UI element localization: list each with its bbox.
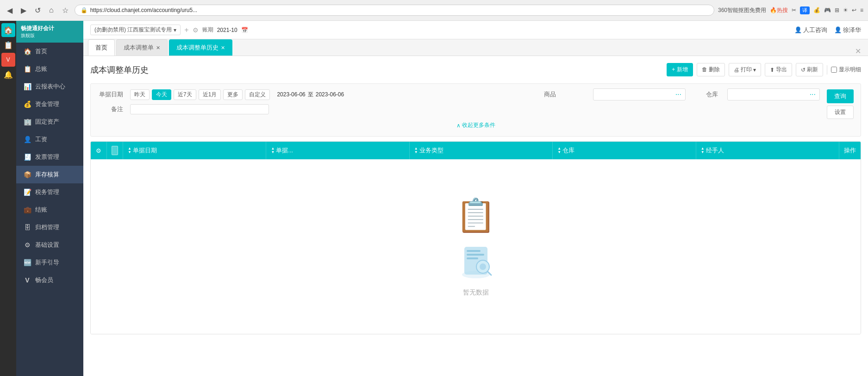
- game-icon[interactable]: 🎮: [824, 7, 831, 13]
- sidebar-item-member[interactable]: V 畅会员: [16, 271, 83, 289]
- scissor-icon[interactable]: ✂: [792, 7, 796, 13]
- tab-cost-adjust-history[interactable]: 成本调整单历史 ✕: [169, 39, 232, 56]
- print-button[interactable]: 🖨 🖨 打印 打印 ▾: [729, 63, 761, 76]
- sidebar-item-settle[interactable]: 💼 结账: [16, 201, 83, 219]
- tab-close-all[interactable]: ✕: [855, 47, 863, 56]
- sidebar-item-capital[interactable]: 💰 资金管理: [16, 95, 83, 113]
- settle-nav-label: 结账: [35, 206, 47, 214]
- th-settings[interactable]: ⚙: [91, 142, 107, 159]
- refresh-icon: ↺: [801, 67, 806, 73]
- number-sort-icon[interactable]: ▲▼: [271, 147, 275, 154]
- goods-select-dots[interactable]: ···: [675, 90, 681, 99]
- sidebar-item-archive[interactable]: 🗄 归档管理: [16, 219, 83, 236]
- grid-icon[interactable]: ⊞: [835, 7, 839, 13]
- date-sort-icon[interactable]: ▲▼: [128, 147, 131, 154]
- company-selector[interactable]: (勿删勿禁用) 江西服宝测试专用 ▾: [90, 25, 181, 35]
- date-btn-7days[interactable]: 近7天: [174, 89, 196, 100]
- tab-cost-adjust[interactable]: 成本调整单 ✕: [116, 39, 168, 56]
- tab-home[interactable]: 首页: [88, 39, 115, 56]
- sun-icon[interactable]: ☀: [843, 7, 848, 13]
- collapse-btn[interactable]: ∧ 收起更多条件: [456, 121, 495, 129]
- th-date[interactable]: ▲▼ 单据日期: [123, 142, 266, 159]
- filter-settings-button[interactable]: 设置: [827, 106, 854, 119]
- wallet-icon[interactable]: 💰: [813, 7, 820, 13]
- refresh-button[interactable]: ↺ 刷新: [796, 63, 823, 76]
- sidebar-item-tax[interactable]: 📝 税务管理: [16, 183, 83, 201]
- app-container: 🏠 📋 V 🔔 畅捷通好会计 旗舰版 🏠 首页 📋 总账 📊 云报表中心: [0, 21, 868, 376]
- filter-date-row: 单据日期 昨天 今天 近7天 近1月 更多 自定义 2023-06-06: [98, 88, 820, 100]
- export-button[interactable]: ⬆ 导出: [765, 63, 792, 76]
- th-handler[interactable]: ▲▼ 经手人: [696, 142, 839, 159]
- icon-bar-item-4[interactable]: 🔔: [1, 68, 15, 81]
- th-action: 操作: [839, 142, 861, 159]
- sidebar-item-settings[interactable]: ⚙ 基础设置: [16, 236, 83, 254]
- sidebar-item-salary[interactable]: 👤 工资: [16, 131, 83, 148]
- calendar-icon[interactable]: 📅: [241, 27, 248, 33]
- svg-rect-3: [467, 254, 484, 256]
- add-company-icon[interactable]: +: [184, 26, 188, 34]
- icon-bar-item-2[interactable]: 📋: [1, 38, 15, 52]
- tab-cost-adjust-history-close[interactable]: ✕: [221, 45, 225, 51]
- sidebar-item-guide[interactable]: 🆕 新手引导: [16, 254, 83, 271]
- sidebar-item-inventory[interactable]: 📦 库存核算: [16, 166, 83, 183]
- empty-icon-wrapper: [455, 240, 497, 282]
- warehouse-select[interactable]: ···: [727, 88, 820, 100]
- warehouse-sort-icon[interactable]: ▲▼: [557, 147, 561, 154]
- company-settings-icon[interactable]: ⚙: [193, 26, 199, 34]
- translate-icon[interactable]: 译: [800, 6, 810, 14]
- header-checkbox[interactable]: [112, 146, 118, 155]
- back-button[interactable]: ◀: [5, 5, 15, 16]
- th-action-label: 操作: [844, 146, 856, 155]
- invoice-nav-icon: 🧾: [23, 153, 31, 161]
- warehouse-select-dots[interactable]: ···: [810, 90, 816, 99]
- refresh-button[interactable]: ↺: [32, 5, 43, 16]
- th-warehouse[interactable]: ▲▼ 仓库: [553, 142, 696, 159]
- guide-nav-icon: 🆕: [23, 259, 31, 266]
- sidebar-item-assets[interactable]: 🏢 固定资产: [16, 113, 83, 131]
- date-btn-1month[interactable]: 近1月: [199, 89, 221, 100]
- goods-select[interactable]: ···: [593, 88, 686, 100]
- sidebar-item-ledger[interactable]: 📋 总账: [16, 60, 83, 78]
- empty-state: 📋: [91, 159, 861, 334]
- th-number-label: 单据...: [276, 146, 293, 155]
- display-cols-label[interactable]: 显示明细: [831, 66, 861, 74]
- th-type[interactable]: ▲▼ 业务类型: [410, 142, 553, 159]
- forward-button[interactable]: ▶: [19, 5, 29, 16]
- date-btn-today[interactable]: 今天: [152, 89, 171, 100]
- date-btn-custom[interactable]: 自定义: [245, 89, 270, 100]
- undo-icon[interactable]: ↩: [852, 7, 856, 13]
- home-button[interactable]: ⌂: [47, 5, 56, 15]
- svg-rect-2: [467, 250, 481, 252]
- handler-sort-icon[interactable]: ▲▼: [701, 147, 705, 154]
- sidebar-header[interactable]: 畅捷通好会计 旗舰版: [16, 21, 83, 43]
- date-btn-yesterday[interactable]: 昨天: [130, 89, 150, 100]
- icon-bar-item-3[interactable]: V: [1, 53, 15, 67]
- sidebar-item-home[interactable]: 🏠 首页: [16, 43, 83, 60]
- th-checkbox-cell[interactable]: [107, 142, 123, 159]
- close-all-icon[interactable]: ✕: [855, 47, 861, 56]
- date-to: 2023-06-06: [316, 91, 344, 98]
- sidebar-item-reports[interactable]: 📊 云报表中心: [16, 78, 83, 95]
- user-avatar[interactable]: 👤 徐泽华: [834, 26, 861, 34]
- type-sort-icon[interactable]: ▲▼: [414, 147, 418, 154]
- menu-icon[interactable]: ≡: [860, 7, 863, 13]
- company-dropdown-icon: ▾: [174, 27, 176, 33]
- remark-input[interactable]: [130, 104, 269, 114]
- display-cols-checkbox[interactable]: [831, 67, 837, 73]
- delete-button[interactable]: 🗑 删除: [697, 63, 725, 76]
- th-number[interactable]: ▲▼ 单据...: [266, 142, 409, 159]
- consult-button[interactable]: 👤 人工咨询: [794, 26, 827, 34]
- address-bar[interactable]: 🔒 https://cloud.chanjet.com/accounting/u…: [75, 5, 714, 16]
- query-button[interactable]: 查询: [827, 89, 854, 103]
- date-filter-label: 单据日期: [98, 90, 123, 99]
- icon-bar-home[interactable]: 🏠: [1, 23, 15, 37]
- filter-remark-row: 备注: [98, 104, 820, 114]
- new-button[interactable]: + 新增: [667, 63, 693, 76]
- star-button[interactable]: ☆: [60, 5, 71, 16]
- tax-nav-label: 税务管理: [35, 188, 59, 196]
- company-name: (勿删勿禁用) 江西服宝测试专用: [94, 26, 172, 34]
- tab-cost-adjust-close[interactable]: ✕: [156, 45, 160, 51]
- date-btn-more[interactable]: 更多: [223, 89, 243, 100]
- sidebar-item-invoice[interactable]: 🧾 发票管理: [16, 148, 83, 166]
- period-label: 账期: [202, 26, 213, 34]
